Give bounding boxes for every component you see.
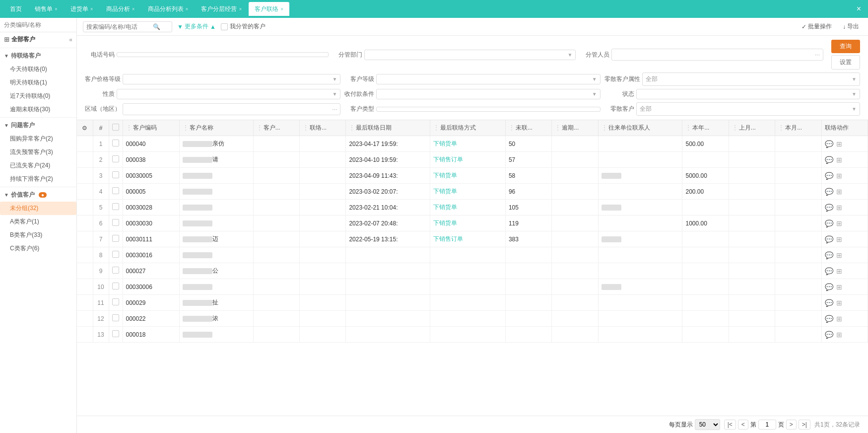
contact-method-link[interactable]: 下销货单: [433, 172, 457, 179]
close-purchase-tab[interactable]: ×: [90, 6, 93, 12]
all-customers-row[interactable]: ⊞ 全部客户 «: [0, 32, 76, 47]
sidebar-item-abnormal[interactable]: 囤购异常客户(2): [0, 132, 76, 145]
contact-method-link[interactable]: 下销售订单: [433, 235, 463, 242]
chat-icon[interactable]: 💬: [825, 251, 833, 259]
tab-customer-layer[interactable]: 客户分层经营 ×: [195, 2, 248, 16]
close-customer-contact-tab[interactable]: ×: [280, 6, 283, 12]
row-checkbox[interactable]: [112, 155, 119, 162]
chat-icon[interactable]: 💬: [825, 267, 833, 275]
chat-icon[interactable]: 💬: [825, 204, 833, 212]
col-uncontact[interactable]: ⋮未联...: [505, 120, 551, 136]
reset-btn[interactable]: 设置: [831, 55, 860, 70]
sidebar-item-c[interactable]: C类客户(6): [0, 242, 76, 255]
chat-icon[interactable]: 💬: [825, 219, 833, 227]
row-checkbox[interactable]: [112, 251, 119, 258]
page-last-btn[interactable]: >|: [799, 420, 810, 430]
row-check[interactable]: [109, 136, 123, 152]
col-overdue[interactable]: ⋮逾期...: [552, 120, 598, 136]
page-first-btn[interactable]: |<: [724, 420, 736, 430]
row-checkbox[interactable]: [112, 219, 119, 226]
row-check[interactable]: [109, 152, 123, 168]
col-type[interactable]: ⋮客户...: [253, 120, 299, 136]
grid-action-icon[interactable]: ⊞: [836, 267, 842, 275]
more-conditions-btn[interactable]: ▼ 更多条件 ▲: [177, 22, 216, 31]
row-check[interactable]: [109, 231, 123, 247]
chat-icon[interactable]: 💬: [825, 235, 833, 243]
row-check[interactable]: [109, 263, 123, 279]
per-page-select[interactable]: 50 100 200: [695, 419, 720, 430]
filter-payment-select[interactable]: ▼: [376, 89, 600, 99]
row-check[interactable]: [109, 311, 123, 327]
query-btn[interactable]: 查询: [831, 40, 860, 53]
contact-method-link[interactable]: 下销售订单: [433, 156, 463, 163]
row-checkbox[interactable]: [112, 314, 119, 321]
tab-purchase[interactable]: 进货单 ×: [65, 2, 99, 16]
header-checkbox[interactable]: [112, 124, 119, 131]
row-check[interactable]: [109, 327, 123, 343]
filter-ctype-input[interactable]: [376, 107, 600, 112]
filter-phone-input[interactable]: [117, 52, 329, 57]
close-sales-tab[interactable]: ×: [55, 6, 58, 12]
grid-action-icon[interactable]: ⊞: [836, 140, 842, 148]
contact-method-link[interactable]: 下销货单: [433, 204, 457, 211]
sidebar-item-b[interactable]: B类客户(33): [0, 228, 76, 242]
chat-icon[interactable]: 💬: [825, 188, 833, 196]
row-check[interactable]: [109, 200, 123, 216]
chat-icon[interactable]: 💬: [825, 140, 833, 148]
close-product-analysis-tab[interactable]: ×: [132, 6, 135, 12]
col-check[interactable]: [109, 120, 123, 136]
sidebar-item-churn-warning[interactable]: 流失预警客户(3): [0, 145, 76, 159]
filter-person-input[interactable]: ···: [611, 49, 823, 61]
page-prev-btn[interactable]: <: [738, 420, 748, 430]
page-next-btn[interactable]: >: [786, 420, 797, 430]
grid-action-icon[interactable]: ⊞: [836, 283, 842, 291]
export-btn[interactable]: ↓ 导出: [840, 21, 862, 32]
chat-icon[interactable]: 💬: [825, 331, 833, 339]
sidebar-search-input[interactable]: [4, 21, 77, 28]
contact-method-link[interactable]: 下销货单: [433, 188, 457, 195]
close-product-list-tab[interactable]: ×: [186, 6, 189, 12]
col-company-contact[interactable]: ⋮往来单位联系人: [598, 120, 682, 136]
grid-action-icon[interactable]: ⊞: [836, 315, 842, 323]
col-this-month[interactable]: ⋮本月...: [775, 120, 821, 136]
grid-action-icon[interactable]: ⊞: [836, 156, 842, 164]
row-checkbox[interactable]: [112, 187, 119, 194]
sidebar-item-ungroup[interactable]: 未分组(32): [0, 202, 76, 215]
sidebar-item-a[interactable]: A类客户(1): [0, 215, 76, 228]
col-last-method[interactable]: ⋮最后联络方式: [430, 120, 505, 136]
sidebar-item-lost[interactable]: 已流失客户(24): [0, 159, 76, 172]
row-checkbox[interactable]: [112, 267, 119, 274]
row-check[interactable]: [109, 184, 123, 200]
row-checkbox[interactable]: [112, 283, 119, 289]
filter-customer-grade-select[interactable]: ▼: [376, 74, 600, 84]
grid-action-icon[interactable]: ⊞: [836, 219, 842, 227]
col-contact[interactable]: ⋮联络...: [300, 120, 346, 136]
col-last-month[interactable]: ⋮上月...: [729, 120, 775, 136]
row-check[interactable]: [109, 216, 123, 231]
row-check[interactable]: [109, 168, 123, 184]
page-input[interactable]: [758, 420, 776, 430]
row-checkbox[interactable]: [112, 203, 119, 210]
filter-retail-select[interactable]: 全部 ▼: [636, 102, 860, 116]
grid-action-icon[interactable]: ⊞: [836, 235, 842, 243]
sidebar-group-pending[interactable]: ▼ 待联络客户: [0, 49, 76, 63]
filter-status-select[interactable]: ▼: [636, 89, 860, 99]
tab-product-list[interactable]: 商品分析列表 ×: [142, 2, 195, 16]
grid-action-icon[interactable]: ⊞: [836, 188, 842, 196]
contact-method-link[interactable]: 下销货单: [433, 219, 457, 226]
chat-icon[interactable]: 💬: [825, 299, 833, 307]
filter-retail-attr-select[interactable]: 全部 ▼: [642, 72, 860, 86]
search-input[interactable]: [86, 23, 151, 30]
batch-op-btn[interactable]: ✓ 批量操作: [799, 21, 835, 32]
filter-region-input[interactable]: ···: [123, 103, 340, 115]
grid-action-icon[interactable]: ⊞: [836, 251, 842, 259]
col-code[interactable]: ⋮客户编码: [123, 120, 180, 136]
tab-customer-contact[interactable]: 客户联络 ×: [249, 2, 289, 16]
sidebar-item-overdue[interactable]: 逾期未联络(30): [0, 103, 76, 116]
sidebar-item-tomorrow[interactable]: 明天待联络(1): [0, 76, 76, 89]
chat-icon[interactable]: 💬: [825, 172, 833, 180]
col-gear[interactable]: ⚙: [77, 120, 93, 136]
col-this-year[interactable]: ⋮本年...: [682, 120, 729, 136]
close-customer-layer-tab[interactable]: ×: [239, 6, 242, 12]
col-last-date[interactable]: ⋮最后联络日期: [346, 120, 430, 136]
